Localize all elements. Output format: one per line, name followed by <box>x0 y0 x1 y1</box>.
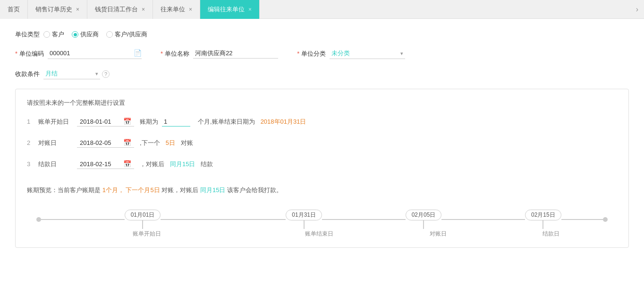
timeline-seg-5 <box>561 219 603 220</box>
radio-circle-customer <box>43 31 50 38</box>
timeline-seg-2 <box>161 219 286 220</box>
unit-category-select[interactable]: 未分类 ▾ <box>330 48 405 59</box>
reconcile-desc-before: ,下一个 <box>140 139 160 147</box>
page-content: 单位类型 客户 供应商 客户/供应商 <box>0 19 644 287</box>
payment-desc-highlight: 同月15日 <box>170 160 195 169</box>
reconcile-date-row: 2 对账日 📅 ,下一个 5日 对账 <box>27 138 617 148</box>
radio-dot-supplier <box>74 33 77 36</box>
tab-partner[interactable]: 往来单位 × <box>153 0 200 19</box>
help-icon[interactable]: ? <box>102 70 110 78</box>
period-value-input[interactable] <box>162 117 190 127</box>
timeline-point-3: 02月05日 <box>406 210 442 229</box>
timeline-stem-2 <box>304 220 305 229</box>
radio-circle-customer-supplier <box>106 31 113 38</box>
payment-condition-select[interactable]: 月结 ▾ <box>43 68 100 79</box>
settings-panel: 请按照未来的一个完整帐期进行设置 1 账单开始日 📅 账期为 个月,账单结束日期… <box>15 89 629 248</box>
unit-type-label: 单位类型 <box>15 30 40 39</box>
payment-date-row: 3 结款日 📅 ，对账后 同月15日 结款 <box>27 159 617 169</box>
unit-code-required: * <box>15 50 17 57</box>
unit-details-row: * 单位编码 📄 * 单位名称 * 单位分类 未分类 ▾ <box>15 48 629 59</box>
timeline-labels: 账单开始日 账单结束日 对账日 结款日 <box>36 230 608 238</box>
timeline-stem-4 <box>542 220 543 229</box>
payment-condition-row: 收款条件 月结 ▾ ? <box>15 68 629 79</box>
period-unit-desc: 个月,账单结束日期为 <box>198 118 255 126</box>
close-sales-history[interactable]: × <box>76 6 79 13</box>
reconcile-date-input-wrap: 📅 <box>77 138 134 148</box>
timeline-seg-1 <box>41 219 125 220</box>
radio-supplier[interactable]: 供应商 <box>72 30 99 39</box>
radio-customer[interactable]: 客户 <box>43 30 64 39</box>
timeline-pill-4: 02月15日 <box>525 210 561 220</box>
start-date-calendar-icon[interactable]: 📅 <box>123 118 131 125</box>
reconcile-date-label: 对账日 <box>38 139 71 147</box>
tab-home[interactable]: 首页 <box>0 0 28 19</box>
payment-chevron-icon: ▾ <box>95 71 98 77</box>
row-num-3: 3 <box>27 160 38 168</box>
timeline-point-4: 02月15日 <box>525 210 561 229</box>
start-date-label: 账单开始日 <box>38 118 71 126</box>
payment-date-calendar-icon[interactable]: 📅 <box>123 160 131 168</box>
timeline-point-2: 01月31日 <box>286 210 322 229</box>
unit-code-label: 单位编码 <box>19 50 44 58</box>
unit-type-field: 单位类型 客户 供应商 客户/供应商 <box>15 30 147 39</box>
unit-category-required: * <box>297 50 299 57</box>
close-cash-work[interactable]: × <box>142 6 145 13</box>
reconcile-desc-highlight: 5日 <box>166 139 175 147</box>
row-num-1: 1 <box>27 118 38 125</box>
payment-date-input[interactable] <box>80 160 121 168</box>
unit-name-input[interactable] <box>193 49 278 59</box>
timeline-stem-1 <box>142 220 143 229</box>
payment-condition-value: 月结 <box>45 69 93 78</box>
tab-edit-partner[interactable]: 编辑往来单位 × <box>200 0 260 19</box>
reconcile-date-input[interactable] <box>80 139 121 146</box>
start-date-input[interactable] <box>80 118 121 125</box>
unit-name-label: 单位名称 <box>165 50 189 58</box>
payment-desc-before: ，对账后 <box>140 160 164 169</box>
reconcile-desc-after: 对账 <box>181 139 193 147</box>
timeline-label-2: 账单结束日 <box>305 230 333 238</box>
tab-cash-work[interactable]: 钱货日清工作台 × <box>87 0 153 19</box>
timeline-stem-3 <box>423 220 424 229</box>
unit-category-value: 未分类 <box>331 49 398 58</box>
timeline-start-dot <box>36 217 41 222</box>
unit-name-required: * <box>161 50 163 57</box>
tabs-scroll-right[interactable]: › <box>630 5 644 14</box>
unit-code-field: * 单位编码 📄 <box>15 49 142 59</box>
timeline-seg-3 <box>322 219 406 220</box>
period-label: 账期为 <box>140 118 158 126</box>
unit-type-radio-group: 客户 供应商 客户/供应商 <box>43 30 147 39</box>
timeline-end-dot <box>603 217 608 222</box>
payment-condition-label: 收款条件 <box>15 70 40 78</box>
period-end-date: 2018年01月31日 <box>261 118 306 126</box>
start-date-row: 1 账单开始日 📅 账期为 个月,账单结束日期为 2018年01月31日 <box>27 117 617 127</box>
payment-condition-field: 收款条件 月结 ▾ ? <box>15 68 110 79</box>
preview-text: 账期预览：当前客户账期是 1个月， 下一个月5日 对账，对账后 同月15日 该客… <box>27 180 617 200</box>
unit-category-field: * 单位分类 未分类 ▾ <box>297 48 405 59</box>
tabs-bar: 首页 销售订单历史 × 钱货日清工作台 × 往来单位 × 编辑往来单位 × › <box>0 0 644 19</box>
reconcile-date-calendar-icon[interactable]: 📅 <box>123 139 131 146</box>
unit-code-input[interactable] <box>48 49 131 58</box>
timeline-pill-3: 02月05日 <box>406 210 442 220</box>
timeline-label-3: 对账日 <box>430 230 447 238</box>
payment-desc-after: 结款 <box>201 160 213 169</box>
close-edit-partner[interactable]: × <box>248 6 252 13</box>
start-date-input-wrap: 📅 <box>77 117 134 127</box>
unit-category-label: 单位分类 <box>301 50 326 58</box>
unit-name-field: * 单位名称 <box>161 49 278 59</box>
chevron-down-icon: ▾ <box>400 51 403 57</box>
panel-title: 请按照未来的一个完整帐期进行设置 <box>27 99 617 107</box>
timeline-pill-2: 01月31日 <box>286 210 322 220</box>
payment-date-label: 结款日 <box>38 160 71 169</box>
payment-date-input-wrap: 📅 <box>77 159 134 169</box>
timeline-label-1: 账单开始日 <box>133 230 161 238</box>
timeline-line: 01月01日 01月31日 02月05日 02月15日 <box>36 210 608 229</box>
timeline-seg-4 <box>441 219 525 220</box>
unit-type-row: 单位类型 客户 供应商 客户/供应商 <box>15 30 629 39</box>
radio-customer-supplier[interactable]: 客户/供应商 <box>106 30 147 39</box>
tab-sales-history[interactable]: 销售订单历史 × <box>28 0 87 19</box>
timeline: 01月01日 01月31日 02月05日 02月15日 <box>27 210 617 238</box>
close-partner[interactable]: × <box>189 6 192 13</box>
unit-code-icon[interactable]: 📄 <box>134 49 142 57</box>
timeline-label-4: 结款日 <box>542 230 559 238</box>
timeline-pill-1: 01月01日 <box>125 210 161 220</box>
